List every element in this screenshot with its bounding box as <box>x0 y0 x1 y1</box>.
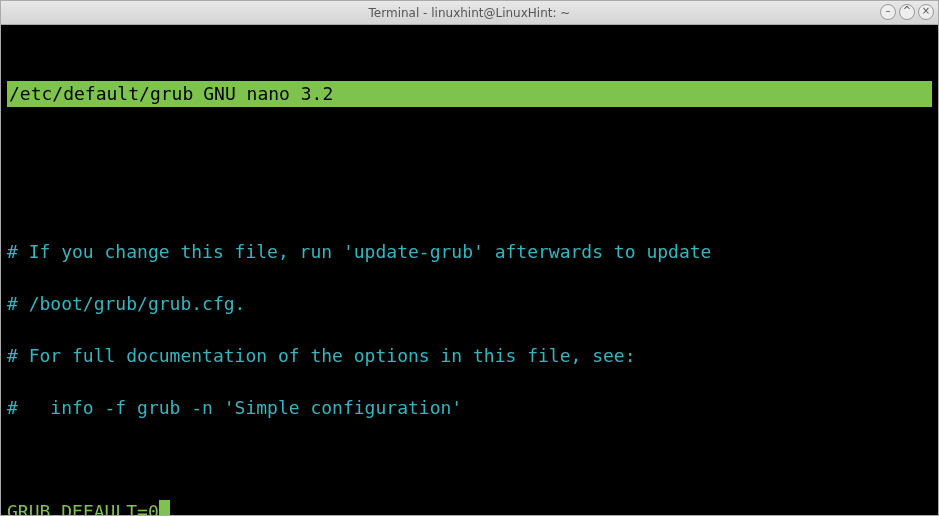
file-line: # /boot/grub/grub.cfg. <box>7 291 932 317</box>
file-line: # If you change this file, run 'update-g… <box>7 239 932 265</box>
file-line: # info -f grub -n 'Simple configuration' <box>7 395 932 421</box>
blank-line <box>7 187 932 213</box>
terminal-viewport[interactable]: /etc/default/grub GNU nano 3.2 # If you … <box>1 25 938 515</box>
blank-line <box>7 447 932 473</box>
nano-header: /etc/default/grub GNU nano 3.2 <box>7 81 932 107</box>
maximize-button[interactable]: ^ <box>899 4 915 20</box>
nano-filename: /etc/default/grub <box>9 81 193 107</box>
window-titlebar[interactable]: Terminal - linuxhint@LinuxHint: ~ – ^ × <box>1 1 938 25</box>
file-line: # For full documentation of the options … <box>7 343 932 369</box>
terminal-window: Terminal - linuxhint@LinuxHint: ~ – ^ × … <box>0 0 939 516</box>
minimize-button[interactable]: – <box>880 4 896 20</box>
window-title: Terminal - linuxhint@LinuxHint: ~ <box>369 6 571 20</box>
nano-app-name: GNU nano 3.2 <box>193 81 333 107</box>
editor-body[interactable]: # If you change this file, run 'update-g… <box>7 161 932 515</box>
file-line-cursor: GRUB_DEFAULT=0 <box>7 499 932 515</box>
close-button[interactable]: × <box>918 4 934 20</box>
window-controls: – ^ × <box>880 4 934 20</box>
cursor-icon <box>159 500 170 515</box>
